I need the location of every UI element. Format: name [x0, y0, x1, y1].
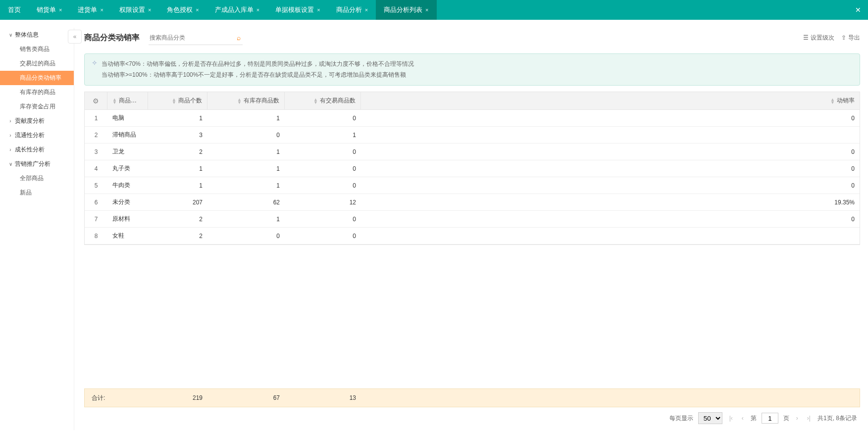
data-table: ⚙ ▲▼商品… ▲▼商品个数 ▲▼有库存商品数 ▲▼有交易商品数 ▲▼动销率 1… [84, 92, 860, 245]
per-page-label: 每页显示 [669, 414, 693, 423]
page-title: 商品分类动销率 [84, 33, 140, 43]
sort-icon: ▲▼ [112, 98, 117, 104]
close-icon[interactable]: × [425, 7, 428, 13]
close-icon[interactable]: × [317, 7, 320, 13]
cell-stk: 1 [207, 148, 285, 155]
nav-group-header[interactable]: ∨整体信息 [0, 28, 74, 42]
nav-group-header[interactable]: ›流通性分析 [0, 128, 74, 143]
gear-icon: ⚙ [93, 97, 99, 105]
cell-cat: 卫龙 [107, 147, 148, 156]
summary-count: 219 [148, 394, 207, 401]
tab-label: 商品分析 [336, 5, 362, 14]
close-icon[interactable]: × [100, 7, 103, 13]
page-label-prefix: 第 [751, 414, 757, 423]
page-label-suffix: 页 [783, 414, 789, 423]
tab-3[interactable]: 权限设置× [111, 0, 159, 20]
close-icon[interactable]: × [256, 7, 259, 13]
chevron-down-icon: ∨ [8, 161, 13, 167]
tab-2[interactable]: 进货单× [70, 0, 111, 20]
cell-cnt: 2 [148, 216, 207, 223]
cell-idx: 8 [85, 233, 107, 240]
cell-trx: 0 [285, 165, 361, 172]
column-settings-button[interactable]: ⚙ [85, 92, 107, 109]
sort-icon: ▲▼ [830, 98, 835, 104]
export-button[interactable]: ⇪ 导出 [841, 34, 860, 42]
info-banner: ✧ 当动销率<70%：动销率偏低，分析是否存在品种过多，特别是同质同类品种过多，… [84, 53, 860, 86]
cell-idx: 7 [85, 216, 107, 223]
cell-cat: 牛肉类 [107, 181, 148, 190]
page-input[interactable] [762, 413, 778, 424]
cell-cat: 滞销商品 [107, 131, 148, 139]
nav-item[interactable]: 有库存的商品 [0, 85, 74, 99]
close-icon[interactable]: × [59, 7, 62, 13]
page-total-label: 共1页, 8条记录 [817, 414, 857, 423]
sort-icon: ▲▼ [172, 98, 176, 104]
tab-4[interactable]: 角色授权× [159, 0, 206, 20]
table-row[interactable]: 2滞销商品301 [85, 127, 860, 144]
tab-1[interactable]: 销货单× [29, 0, 70, 20]
nav-group-header[interactable]: ›贡献度分析 [0, 114, 74, 128]
tab-0[interactable]: 首页 [0, 0, 29, 20]
table-row[interactable]: 6未分类207621219.35% [85, 194, 860, 211]
column-header-rate[interactable]: ▲▼动销率 [361, 92, 860, 109]
lightbulb-icon: ✧ [92, 59, 98, 80]
per-page-select[interactable]: 50 [698, 412, 722, 424]
nav-item[interactable]: 交易过的商品 [0, 56, 74, 71]
main-content: 商品分类动销率 ⌕ ☰ 设置级次 ⇪ 导出 ✧ 当动销率<70%：动销率偏低，分… [74, 28, 868, 430]
nav-group-label: 营销推广分析 [15, 160, 51, 168]
tab-7[interactable]: 商品分析× [328, 0, 376, 20]
close-icon[interactable]: × [196, 7, 199, 13]
table-row[interactable]: 4丸子类1100 [85, 160, 860, 177]
table-row[interactable]: 3卫龙2100 [85, 144, 860, 160]
table-row[interactable]: 5牛肉类1100 [85, 177, 860, 194]
table-row[interactable]: 8女鞋200 [85, 228, 860, 244]
tab-label: 单据模板设置 [275, 5, 314, 14]
column-header-transaction[interactable]: ▲▼有交易商品数 [285, 92, 361, 109]
search-icon[interactable]: ⌕ [235, 34, 243, 42]
cell-trx: 12 [285, 199, 361, 206]
list-icon: ☰ [803, 34, 809, 41]
close-all-tabs-button[interactable]: ✕ [848, 0, 868, 20]
nav-item[interactable]: 库存资金占用 [0, 99, 74, 114]
cell-rate: 0 [361, 216, 860, 223]
search-box: ⌕ [149, 30, 243, 45]
summary-label: 合计: [85, 394, 148, 402]
cell-idx: 1 [85, 115, 107, 122]
set-level-button[interactable]: ☰ 设置级次 [803, 34, 834, 42]
summary-stock: 67 [207, 394, 285, 401]
cell-rate: 19.35% [361, 199, 860, 206]
cell-trx: 0 [285, 233, 361, 240]
nav-item[interactable]: 全部商品 [0, 171, 74, 186]
last-page-button[interactable]: ›| [805, 415, 813, 422]
close-icon[interactable]: × [365, 7, 368, 13]
next-page-button[interactable]: › [794, 415, 800, 422]
nav-group-label: 整体信息 [15, 31, 39, 39]
cell-cnt: 1 [148, 165, 207, 172]
nav-item[interactable]: 新品 [0, 186, 74, 200]
nav-group-label: 成长性分析 [15, 145, 45, 154]
tab-6[interactable]: 单据模板设置× [267, 0, 328, 20]
top-tab-bar: 首页销货单×进货单×权限设置×角色授权×产成品入库单×单据模板设置×商品分析×商… [0, 0, 868, 20]
cell-cnt: 2 [148, 148, 207, 155]
column-header-category[interactable]: ▲▼商品… [107, 92, 148, 109]
tab-8[interactable]: 商品分析列表× [376, 0, 436, 20]
nav-item[interactable]: 销售类商品 [0, 42, 74, 56]
prev-page-button[interactable]: ‹ [740, 415, 746, 422]
table-row[interactable]: 7原材料2100 [85, 211, 860, 228]
cell-cat: 原材料 [107, 215, 148, 223]
column-header-count[interactable]: ▲▼商品个数 [148, 92, 207, 109]
nav-item[interactable]: 商品分类动销率 [0, 71, 74, 85]
close-icon[interactable]: × [148, 7, 151, 13]
tab-5[interactable]: 产成品入库单× [207, 0, 267, 20]
cell-idx: 3 [85, 148, 107, 155]
cell-rate: 0 [361, 182, 860, 189]
collapse-sidebar-button[interactable]: « [68, 30, 82, 44]
cell-stk: 0 [207, 132, 285, 139]
table-row[interactable]: 1电脑1100 [85, 110, 860, 127]
search-input[interactable] [149, 32, 235, 43]
nav-group-header[interactable]: ›成长性分析 [0, 143, 74, 157]
nav-group-header[interactable]: ∨营销推广分析 [0, 157, 74, 171]
first-page-button[interactable]: |‹ [727, 415, 735, 422]
column-header-stock[interactable]: ▲▼有库存商品数 [207, 92, 285, 109]
cell-stk: 62 [207, 199, 285, 206]
